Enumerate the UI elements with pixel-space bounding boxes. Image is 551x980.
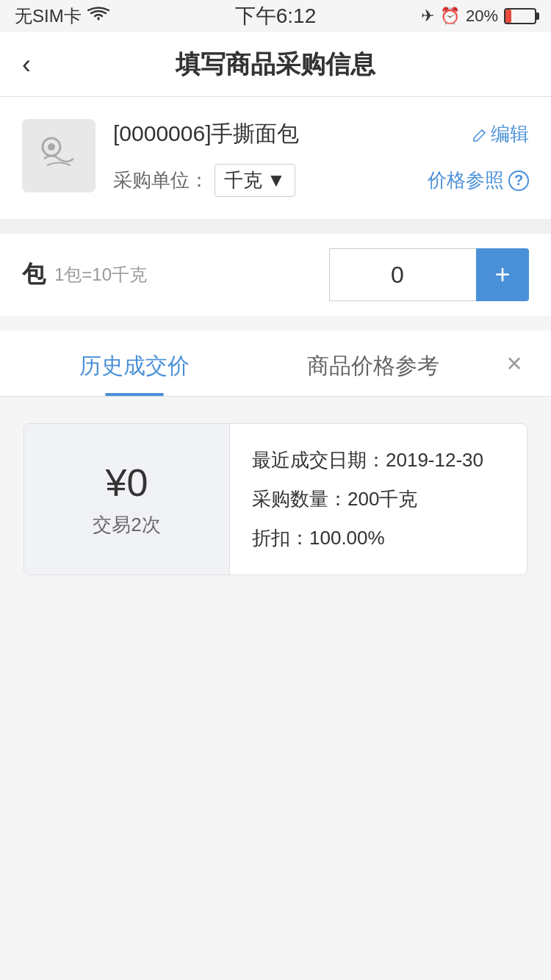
- back-button[interactable]: ‹: [22, 49, 31, 80]
- product-name-row: [0000006]手撕面包 编辑: [113, 119, 529, 149]
- price-reference-button[interactable]: 价格参照 ?: [428, 167, 529, 193]
- transaction-card: ¥0 交易2次 最近成交日期：2019-12-30 采购数量：200千克 折扣：…: [24, 423, 527, 575]
- quantity-input[interactable]: [329, 248, 476, 301]
- transaction-qty: 采购数量：200千克: [252, 485, 505, 514]
- alarm-icon: ⏰: [440, 7, 460, 26]
- tab-bar: 历史成交价 商品价格参考 ×: [0, 331, 551, 397]
- status-bar: 无SIM卡 下午6:12 ✈ ⏰ 20%: [0, 0, 551, 32]
- status-time: 下午6:12: [235, 2, 317, 30]
- transaction-count: 交易2次: [93, 512, 160, 538]
- quantity-row: 包 1包=10千克 +: [0, 234, 551, 316]
- battery-icon: [504, 8, 536, 24]
- quantity-unit: 包: [22, 259, 46, 291]
- transaction-right: 最近成交日期：2019-12-30 采购数量：200千克 折扣：100.00%: [230, 424, 527, 574]
- signal-text: 无SIM卡: [15, 4, 82, 28]
- unit-label: 采购单位：: [113, 167, 209, 193]
- product-logo: [22, 119, 96, 192]
- price-ref-label: 价格参照: [428, 167, 504, 193]
- product-card: [0000006]手撕面包 编辑 采购单位： 千克 ▼ 价格参照 ?: [0, 97, 551, 219]
- edit-label: 编辑: [491, 121, 529, 147]
- nav-bar: ‹ 填写商品采购信息: [0, 32, 551, 97]
- svg-point-1: [48, 143, 55, 151]
- edit-button[interactable]: 编辑: [472, 121, 529, 147]
- quantity-plus-button[interactable]: +: [476, 248, 529, 301]
- unit-value: 千克: [224, 167, 262, 193]
- wifi-icon: [87, 6, 109, 26]
- product-name: [0000006]手撕面包: [113, 119, 299, 149]
- price-ref-question-icon: ?: [508, 170, 529, 191]
- logo-image: [37, 132, 81, 180]
- transaction-left: ¥0 交易2次: [24, 424, 230, 574]
- tab-price-reference[interactable]: 商品价格参考: [253, 331, 492, 396]
- transaction-date: 最近成交日期：2019-12-30: [252, 446, 505, 475]
- dropdown-arrow-icon: ▼: [267, 169, 286, 192]
- quantity-hint: 1包=10千克: [54, 263, 147, 287]
- tab-history-label: 历史成交价: [79, 353, 190, 378]
- location-icon: ✈: [421, 7, 434, 26]
- unit-row: 采购单位： 千克 ▼ 价格参照 ?: [113, 164, 529, 197]
- quantity-left: 包 1包=10千克: [22, 259, 147, 291]
- status-left: 无SIM卡: [15, 4, 109, 28]
- page-title: 填写商品采购信息: [176, 48, 375, 82]
- product-details: [0000006]手撕面包 编辑 采购单位： 千克 ▼ 价格参照 ?: [113, 119, 529, 197]
- tab-reference-label: 商品价格参考: [307, 353, 439, 378]
- battery-text: 20%: [466, 7, 498, 26]
- tab-history-price[interactable]: 历史成交价: [15, 331, 253, 396]
- transaction-price: ¥0: [106, 461, 148, 505]
- quantity-right: +: [329, 248, 529, 301]
- status-right: ✈ ⏰ 20%: [421, 7, 536, 26]
- section-divider: [0, 219, 551, 234]
- unit-select-dropdown[interactable]: 千克 ▼: [215, 164, 295, 197]
- transaction-discount: 折扣：100.00%: [252, 524, 505, 552]
- tab-close-button[interactable]: ×: [492, 342, 536, 386]
